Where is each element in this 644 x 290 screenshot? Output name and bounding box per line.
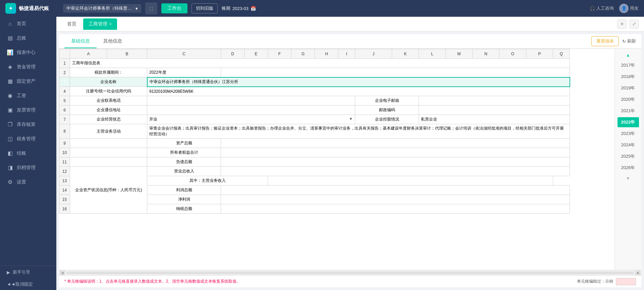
cell-9-d[interactable]: [221, 139, 570, 148]
sheet-table: A B C D E F G H I J: [59, 49, 570, 214]
cell-4-c[interactable]: 91320100MA208E5W6K: [147, 87, 570, 96]
refresh-button[interactable]: ↻ 刷新: [622, 38, 636, 44]
corner-cell: [59, 49, 70, 59]
expand-icon: ⤢: [632, 21, 636, 26]
year-2021[interactable]: 2021年: [618, 106, 639, 116]
cell-6-k[interactable]: [419, 105, 570, 115]
cell-15-d[interactable]: [221, 195, 570, 204]
year-2019[interactable]: 2019年: [618, 83, 639, 93]
col-header-j[interactable]: J: [355, 49, 392, 59]
cell-7-c[interactable]: 开业 ▼: [147, 115, 355, 124]
company-selector[interactable]: 中审众环会计师事务所（特殊普通合伙... ▾: [63, 4, 141, 13]
hscroll-left-btn[interactable]: ◂: [60, 271, 65, 275]
col-header-q[interactable]: Q: [553, 49, 570, 59]
table-row: 12 企业资产状况信息(币种：人民币万元) 营业总收入: [59, 167, 570, 176]
col-header-a[interactable]: A: [70, 49, 107, 59]
year-2023[interactable]: 2023年: [618, 129, 639, 139]
window-expand-button[interactable]: ⤢: [629, 19, 639, 29]
cell-2-c[interactable]: 2022年度: [147, 68, 221, 77]
sidebar-item-assets[interactable]: ▦ 固定资产: [0, 74, 56, 88]
year-scroll-down[interactable]: ▼: [618, 173, 639, 183]
tabbar: 首页 工商管理 × ✕ ⤢: [56, 17, 644, 31]
window-close-button[interactable]: ✕: [617, 19, 627, 29]
col-header-h[interactable]: H: [315, 49, 338, 59]
col-header-e[interactable]: E: [245, 49, 268, 59]
tab-close-icon[interactable]: ×: [109, 22, 112, 26]
sidebar-item-finance[interactable]: ◈ 资金管理: [0, 60, 56, 74]
col-header-d[interactable]: D: [221, 49, 245, 59]
sidebar-item-settings[interactable]: ⚙ 设置: [0, 175, 56, 189]
sidebar-item-inventory[interactable]: ❐ 库存核算: [0, 117, 56, 132]
subtabs: 基础信息 其他信息 重置报表 ↻ 刷新: [59, 34, 641, 49]
col-header-p[interactable]: P: [526, 49, 553, 59]
cell-13-g[interactable]: [268, 176, 553, 186]
col-header-m[interactable]: M: [446, 49, 473, 59]
cell-11-d[interactable]: [221, 157, 570, 167]
year-2022[interactable]: 2022年: [618, 117, 639, 127]
cell-7-n[interactable]: 私营企业: [419, 115, 570, 124]
consult-button[interactable]: 🎧 人工咨询: [590, 5, 614, 11]
sidebar-item-archive[interactable]: ◨ 归档管理: [0, 160, 56, 175]
reset-button[interactable]: 重置报表: [591, 36, 619, 46]
tab-home[interactable]: 首页: [62, 18, 82, 30]
subtab-other[interactable]: 其他信息: [97, 35, 129, 48]
col-header-k[interactable]: K: [392, 49, 419, 59]
sidebar-item-tax[interactable]: ◫ 税务管理: [0, 132, 56, 146]
cell-3-c[interactable]: 中审众环会计师事务所（特殊普通合伙）江苏分所: [147, 77, 570, 87]
sidebar-item-invoice[interactable]: ▣ 发票管理: [0, 103, 56, 117]
sidebar-item-home[interactable]: ⌂ 首页: [0, 17, 56, 31]
hscroll-right-btn[interactable]: ▸: [635, 271, 641, 275]
sidebar-bottom: ▶ 新手引导 ◄◄取消固定: [0, 266, 56, 290]
col-header-n[interactable]: N: [473, 49, 499, 59]
cell-8-c[interactable]: 审查企业会计报表；出具审计报告；验证企业资本；出具验资报告；办理企业合并、分立、…: [147, 124, 570, 139]
cell-16-d[interactable]: [221, 204, 570, 214]
year-2018[interactable]: 2018年: [618, 72, 639, 82]
year-scroll-up[interactable]: ▲: [618, 50, 639, 60]
year-2025[interactable]: 2025年: [618, 151, 639, 161]
cell-2-ab: 税款所属期间：: [70, 68, 147, 77]
subtab-actions: 重置报表 ↻ 刷新: [591, 36, 636, 46]
col-header-o[interactable]: O: [499, 49, 526, 59]
table-row: 1 工商年报信息表: [59, 59, 570, 68]
sidebar-item-checkout[interactable]: ◧ 结账: [0, 146, 56, 160]
oldversion-button[interactable]: 切到旧版: [192, 3, 218, 13]
cell-6-c[interactable]: [147, 105, 355, 115]
col-header-g[interactable]: G: [291, 49, 315, 59]
table-title: 工商年报信息表: [72, 61, 100, 65]
calendar-icon[interactable]: 📅: [251, 6, 256, 11]
year-2024[interactable]: 2024年: [618, 140, 639, 150]
year-2017[interactable]: 2017年: [618, 60, 639, 70]
period-value: 2023-03: [232, 6, 249, 11]
copy-button[interactable]: ⬚: [145, 2, 157, 14]
sidebar-item-salary[interactable]: ◉ 工资: [0, 88, 56, 103]
row-num-4: 4: [59, 87, 70, 96]
cell-14-d[interactable]: [221, 186, 570, 195]
subtab-basic[interactable]: 基础信息: [64, 35, 97, 48]
cell-10-d[interactable]: [221, 148, 570, 157]
col-header-i[interactable]: I: [338, 49, 355, 59]
hscroll-track[interactable]: [66, 272, 634, 274]
sidebar-item-reports[interactable]: 📊 报表中心: [0, 45, 56, 60]
content-area: 基础信息 其他信息 重置报表 ↻ 刷新: [59, 34, 641, 287]
dropdown-icon[interactable]: ▼: [349, 117, 353, 121]
tabbar-actions: ✕ ⤢: [617, 19, 639, 29]
row-num-5: 5: [59, 96, 70, 105]
workbench-button[interactable]: 工作台: [161, 3, 187, 13]
sheet-table-wrapper[interactable]: A B C D E F G H I J: [59, 49, 614, 270]
year-2026[interactable]: 2026年: [618, 163, 639, 173]
tab-commerce[interactable]: 工商管理 ×: [83, 18, 117, 30]
col-header-c[interactable]: C: [147, 49, 221, 59]
year-2020[interactable]: 2020年: [618, 94, 639, 104]
row-num-16: 16: [59, 204, 70, 214]
col-header-l[interactable]: L: [419, 49, 446, 59]
col-header-f[interactable]: F: [268, 49, 291, 59]
sidebar-item-ledger[interactable]: ▤ 总账: [0, 31, 56, 45]
col-header-b[interactable]: B: [107, 49, 147, 59]
user-menu[interactable]: 👤 用友: [619, 4, 639, 13]
unpin-button[interactable]: ◄◄取消固定: [0, 279, 56, 290]
cell-5-k[interactable]: [419, 96, 570, 105]
cell-5-c[interactable]: [147, 96, 355, 105]
sidebar-label-finance: 资金管理: [17, 64, 36, 70]
new-guide-button[interactable]: ▶ 新手引导: [0, 266, 56, 279]
cell-12-d[interactable]: [221, 167, 570, 176]
